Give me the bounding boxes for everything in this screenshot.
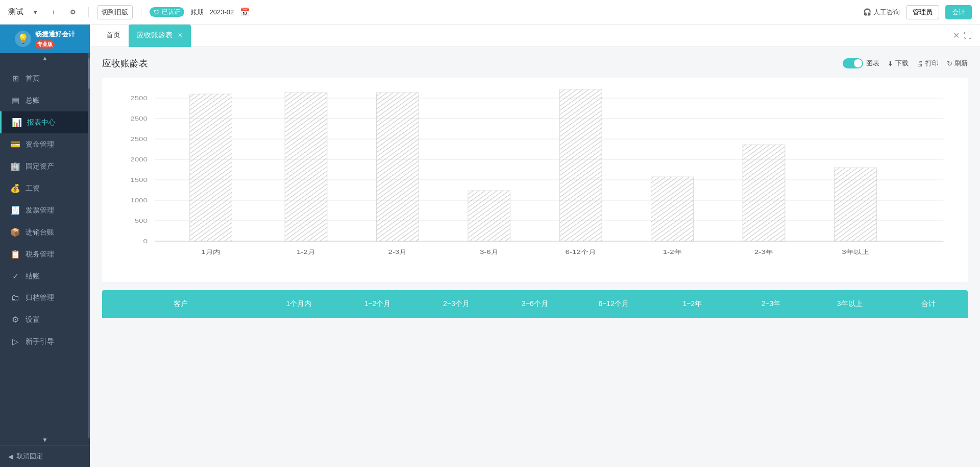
tab-close-btn[interactable]: ✕ (178, 32, 183, 39)
download-btn[interactable]: ⬇ 下载 (888, 59, 909, 68)
asset-icon: 🏢 (10, 161, 20, 171)
sidebar-item-tax[interactable]: 📋 税务管理 (0, 243, 90, 265)
sidebar-item-ledger[interactable]: ▤ 总账 (0, 89, 90, 111)
sidebar-item-archive[interactable]: 🗂 归档管理 (0, 287, 90, 309)
print-btn[interactable]: 🖨 打印 (917, 59, 939, 68)
sidebar-label-salary: 工资 (26, 184, 40, 193)
headset-icon: 🎧 (863, 8, 871, 16)
bar-chart-svg: 2500 2500 2500 2000 1500 1000 500 0 (112, 88, 958, 272)
cancel-fixed-label: 取消固定 (16, 452, 43, 461)
close-acct-icon: ✓ (10, 271, 20, 281)
svg-text:6-12个月: 6-12个月 (566, 249, 596, 255)
sidebar-item-salary[interactable]: 💰 工资 (0, 177, 90, 199)
bar-1月内 (190, 94, 232, 241)
manager-btn[interactable]: 管理员 (906, 5, 939, 19)
consult-btn[interactable]: 🎧 人工咨询 (863, 8, 900, 17)
report-icon: 📊 (12, 118, 22, 127)
content: 首页 应收账龄表 ✕ ✕ ⛶ 应收账龄表 图表 (90, 25, 980, 467)
chart-area: 2500 2500 2500 2000 1500 1000 500 0 (112, 88, 958, 272)
pin-icon: ◀ (8, 453, 13, 460)
svg-text:0: 0 (143, 238, 148, 244)
refresh-btn[interactable]: ↻ 刷新 (947, 59, 968, 68)
svg-text:2-3月: 2-3月 (388, 249, 407, 255)
dropdown-btn[interactable]: ▾ (30, 6, 41, 18)
sidebar-nav: ⊞ 首页 ▤ 总账 📊 报表中心 💳 资金管理 🏢 固定资产 💰 工资 (0, 63, 90, 435)
th-1-2month: 1~2个月 (338, 290, 417, 318)
divider (88, 7, 89, 17)
chart-toggle[interactable]: 图表 (843, 58, 879, 68)
scroll-down[interactable]: ▼ (0, 435, 90, 445)
settings-btn[interactable]: ⚙ (66, 6, 80, 18)
logo-text-wrap: 畅捷通好会计 专业版 (35, 30, 75, 49)
sidebar-item-sales[interactable]: 📦 进销台账 (0, 221, 90, 243)
svg-text:3-6月: 3-6月 (480, 249, 499, 255)
svg-text:1月内: 1月内 (201, 249, 220, 255)
calendar-icon[interactable]: 📅 (240, 7, 250, 17)
sidebar-item-invoice[interactable]: 🧾 发票管理 (0, 199, 90, 221)
sidebar-label-sales: 进销台账 (26, 228, 54, 237)
consult-text: 人工咨询 (873, 8, 900, 17)
sidebar-item-home[interactable]: ⊞ 首页 (0, 67, 90, 89)
sidebar-item-report[interactable]: 📊 报表中心 (0, 111, 90, 133)
chevron-icon: ▾ (34, 8, 37, 16)
main-layout: 💡 畅捷通好会计 专业版 ▲ ⊞ 首页 ▤ 总账 📊 报表中心 (0, 25, 980, 467)
bar-2-3年 (743, 145, 785, 241)
th-3-6month: 3~6个月 (496, 290, 574, 318)
svg-text:2500: 2500 (130, 95, 148, 101)
fund-icon: 💳 (10, 139, 20, 149)
bar-1-2年 (651, 177, 694, 241)
tax-icon: 📋 (10, 249, 20, 259)
th-2-3month: 2~3个月 (417, 290, 496, 318)
sidebar-item-asset[interactable]: 🏢 固定资产 (0, 155, 90, 177)
sidebar-item-close[interactable]: ✓ 结账 (0, 265, 90, 287)
certified-badge: 🛡 已认证 (150, 7, 184, 17)
toggle-switch-btn[interactable] (843, 58, 863, 68)
th-1month: 1个月内 (259, 290, 338, 318)
th-1-2year: 1~2年 (653, 290, 731, 318)
guide-icon: ▷ (10, 337, 20, 346)
divider2 (141, 7, 141, 17)
topbar-company: 测试 (8, 7, 23, 17)
tab-ar-aging[interactable]: 应收账龄表 ✕ (129, 25, 191, 47)
tab-home-label: 首页 (106, 31, 120, 40)
download-label: 下载 (895, 59, 909, 68)
refresh-icon: ↻ (947, 60, 952, 67)
sidebar-item-guide[interactable]: ▷ 新手引导 (0, 331, 90, 353)
sidebar-item-settings[interactable]: ⚙ 设置 (0, 309, 90, 331)
window-close-btn[interactable]: ✕ (953, 31, 960, 40)
sidebar-label-archive: 归档管理 (26, 293, 54, 302)
sidebar-label-guide: 新手引导 (26, 337, 54, 346)
tab-home[interactable]: 首页 (98, 25, 129, 47)
sidebar-label-invoice: 发票管理 (26, 206, 54, 215)
tab-ar-aging-label: 应收账龄表 (137, 31, 173, 40)
th-total: 合计 (889, 290, 968, 318)
window-expand-btn[interactable]: ⛶ (964, 31, 972, 40)
sidebar-label-settings: 设置 (26, 315, 40, 324)
svg-text:1500: 1500 (130, 177, 148, 183)
page-title: 应收账龄表 (102, 57, 148, 69)
sidebar-label-close: 结账 (26, 272, 40, 281)
logo-sub: 专业版 (35, 40, 55, 49)
certified-text: 已认证 (162, 8, 180, 16)
add-btn[interactable]: + (47, 6, 60, 18)
th-customer: 客户 (102, 290, 259, 318)
accounting-btn[interactable]: 会计 (945, 5, 972, 19)
sidebar-label-ledger: 总账 (26, 96, 40, 105)
switch-version-btn[interactable]: 切到旧版 (97, 5, 133, 19)
bar-6-12月 (559, 89, 602, 241)
svg-text:2500: 2500 (130, 136, 148, 142)
tabs-bar: 首页 应收账龄表 ✕ ✕ ⛶ (90, 25, 980, 47)
scroll-up[interactable]: ▲ (0, 53, 90, 63)
topbar-right: 🎧 人工咨询 管理员 会计 (863, 5, 972, 19)
sidebar-label-home: 首页 (26, 74, 40, 83)
sidebar-label-fund: 资金管理 (26, 140, 54, 149)
sidebar-item-fund[interactable]: 💳 资金管理 (0, 133, 90, 155)
sidebar-label-tax: 税务管理 (26, 250, 54, 259)
print-label: 打印 (925, 59, 939, 68)
logo-text: 畅捷通好会计 (35, 30, 75, 39)
chart-toggle-label: 图表 (866, 59, 879, 68)
bar-1-2月 (285, 92, 327, 241)
svg-text:2-3年: 2-3年 (754, 249, 773, 255)
sidebar-logo: 💡 畅捷通好会计 专业版 (0, 25, 90, 53)
cancel-fixed-btn[interactable]: ◀ 取消固定 (0, 445, 90, 467)
